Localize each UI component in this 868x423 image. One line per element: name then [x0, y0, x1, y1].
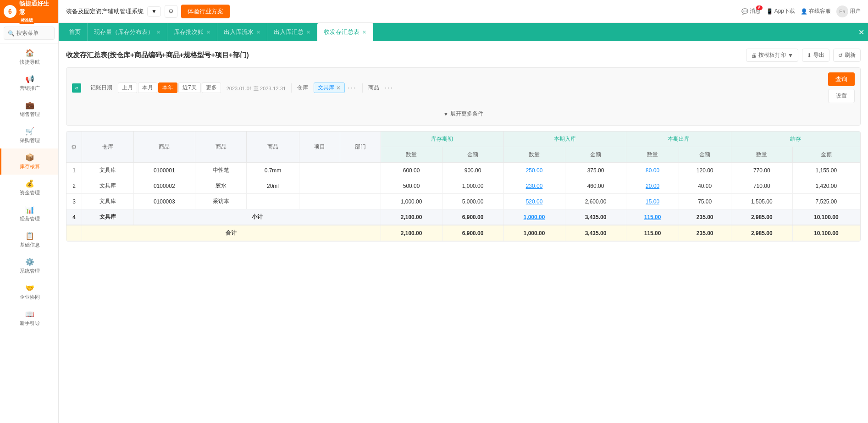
filter-collapse-button[interactable]: « [72, 83, 81, 93]
date-this-month-button[interactable]: 本月 [138, 82, 157, 93]
sidebar-item-finance[interactable]: 💰 资金管理 [0, 175, 58, 201]
row1-out-qty[interactable]: 80.00 [626, 163, 679, 178]
sidebar-item-inventory[interactable]: 📦 库存核算 [0, 148, 58, 175]
subtotal-bal-amt: 10,100.00 [792, 209, 860, 225]
tab-home-label: 首页 [69, 28, 81, 36]
sidebar-item-quick-nav[interactable]: 🏠 快捷导航 [0, 44, 58, 70]
bal-amt-header: 金额 [792, 147, 860, 163]
tab-batch[interactable]: 库存批次账 ✕ [167, 23, 217, 41]
expand-label: 展开更多条件 [450, 110, 483, 118]
row3-in-qty[interactable]: 520.00 [503, 194, 565, 209]
phone-icon: 📱 [766, 8, 773, 15]
row1-in-qty[interactable]: 250.00 [503, 163, 565, 178]
subtotal-out-qty[interactable]: 115.00 [626, 209, 679, 225]
tab-stock-dist-close[interactable]: ✕ [156, 29, 160, 35]
sidebar-item-marketing[interactable]: 📢 营销推广 [0, 70, 58, 96]
marketing-icon: 📢 [25, 75, 34, 83]
sidebar-item-system[interactable]: ⚙️ 系统管理 [0, 253, 58, 279]
user-button[interactable]: Ea 用户 [836, 5, 861, 17]
bal-qty-header: 数量 [731, 147, 792, 163]
refresh-button[interactable]: ↺ 刷新 [833, 49, 861, 62]
tab-batch-close[interactable]: ✕ [206, 29, 210, 35]
row3-seq: 3 [66, 194, 82, 209]
date-7days-button[interactable]: 近7天 [178, 82, 201, 93]
row1-name: 中性笔 [195, 163, 247, 178]
date-range-display: 2023-01-01 至 2023-12-31 [227, 85, 286, 92]
business-icon: 📊 [25, 205, 34, 214]
row1-bal-qty: 770.00 [731, 163, 792, 178]
goods-code-column-header: 商品 [133, 132, 195, 163]
sidebar-item-guide[interactable]: 📖 新手引导 [0, 305, 58, 331]
message-icon: 💬 [741, 8, 748, 15]
tab-inout-flow-close[interactable]: ✕ [256, 29, 260, 35]
setting-button[interactable]: 设置 [828, 89, 855, 103]
row1-seq: 1 [66, 163, 82, 178]
subtotal-in-qty[interactable]: 1,000.00 [503, 209, 565, 225]
row2-open-amt: 1,000.00 [442, 178, 503, 194]
row2-dept [340, 178, 381, 194]
message-button[interactable]: 💬 消息 6 [741, 7, 761, 15]
page-content: 收发存汇总表(按仓库+商品编码+商品+规格型号+项目+部门) 🖨 按模板打印 ▼… [59, 41, 868, 423]
print-template-button[interactable]: 🖨 按模板打印 ▼ [746, 49, 798, 62]
warehouse-more-button[interactable]: ··· [348, 84, 356, 92]
warehouse-tag[interactable]: 文具库 ✕ [314, 82, 345, 93]
sidebar-item-business[interactable]: 📊 经营管理 [0, 201, 58, 227]
tab-inout-flow[interactable]: 出入库流水 ✕ [217, 23, 267, 41]
out-group-header: 本期出库 [626, 132, 731, 147]
online-service-button[interactable]: 👤 在线客服 [801, 7, 831, 15]
query-button[interactable]: 查询 [828, 72, 855, 86]
row3-out-qty[interactable]: 15.00 [626, 194, 679, 209]
search-menu-button[interactable]: 🔍 搜索菜单 [4, 27, 55, 40]
subtotal-bal-qty: 2,985.00 [731, 209, 792, 225]
row1-spec: 0.7mm [247, 163, 299, 178]
row1-code: 0100001 [133, 163, 195, 178]
sidebar-item-purchase[interactable]: 🛒 采购管理 [0, 122, 58, 148]
tab-inout-sum-close[interactable]: ✕ [306, 29, 310, 35]
system-select[interactable]: ▼ [147, 6, 161, 16]
sidebar-item-sales[interactable]: 💼 销售管理 [0, 96, 58, 122]
tab-inout-sum-label: 出入库汇总 [274, 28, 304, 36]
collapse-icon: « [75, 84, 78, 91]
online-service-label: 在线客服 [809, 7, 831, 15]
total-out-qty: 115.00 [626, 225, 679, 241]
sidebar-item-basic[interactable]: 📋 基础信息 [0, 227, 58, 253]
subtotal-row: 4 文具库 小计 2,100.00 6,900.00 1,000.00 3,43… [66, 209, 860, 225]
sidebar: 6 畅捷通好生意 标准版 🔍 搜索菜单 🏠 快捷导航 📢 营销推广 💼 销售管理… [0, 0, 59, 423]
tab-stock-dist[interactable]: 现存量（库存分布表） ✕ [88, 23, 167, 41]
user-label: 用户 [850, 7, 861, 15]
date-last-month-button[interactable]: 上月 [118, 82, 137, 93]
tab-collect-sum-close[interactable]: ✕ [362, 29, 366, 35]
inventory-table: ⚙ 仓库 商品 商品 商品 项目 部门 库存期初 本期入库 本期出库 结存 [66, 132, 860, 241]
row2-seq: 2 [66, 178, 82, 194]
column-settings-icon[interactable]: ⚙ [71, 143, 77, 151]
filter-bar: « 记账日期 上月 本月 本年 近7天 更多 2023-01-01 至 2023… [66, 67, 861, 126]
row3-open-amt: 5,000.00 [442, 194, 503, 209]
settings-column-header[interactable]: ⚙ [66, 132, 82, 163]
opening-qty-header: 数量 [381, 147, 442, 163]
row2-bal-qty: 710.00 [731, 178, 792, 194]
warehouse-tag-close[interactable]: ✕ [336, 85, 341, 91]
goods-more-button[interactable]: ··· [385, 84, 393, 92]
logo-text: 畅捷通好生意 [19, 0, 55, 16]
date-more-button[interactable]: 更多 [202, 82, 221, 93]
sidebar-item-label: 销售管理 [20, 111, 40, 118]
export-button[interactable]: ⬇ 导出 [802, 49, 829, 62]
date-this-year-button[interactable]: 本年 [158, 82, 177, 93]
main-area: 装备及固定资产辅助管理系统 ▼ ⚙ 体验行业方案 💬 消息 6 📱 App下载 … [59, 0, 868, 423]
row2-out-qty[interactable]: 20.00 [626, 178, 679, 194]
goods-spec-column-header: 商品 [247, 132, 299, 163]
sidebar-item-collab[interactable]: 🤝 企业协同 [0, 279, 58, 305]
tab-inout-sum[interactable]: 出入库汇总 ✕ [267, 23, 317, 41]
system-title: 装备及固定资产辅助管理系统 [66, 7, 144, 16]
row2-in-qty[interactable]: 230.00 [503, 178, 565, 194]
try-industry-button[interactable]: 体验行业方案 [181, 5, 230, 18]
in-group-header: 本期入库 [503, 132, 626, 147]
tab-home[interactable]: 首页 [62, 23, 88, 41]
date-buttons: 上月 本月 本年 近7天 更多 [118, 82, 221, 93]
tabs-close-all-button[interactable]: ✕ [858, 28, 864, 37]
row2-open-qty: 500.00 [381, 178, 442, 194]
app-download-button[interactable]: 📱 App下载 [766, 7, 795, 15]
tab-collect-sum[interactable]: 收发存汇总表 ✕ [317, 23, 373, 41]
header-gear-button[interactable]: ⚙ [165, 5, 177, 18]
expand-conditions-button[interactable]: ▼ 展开更多条件 [72, 107, 855, 121]
